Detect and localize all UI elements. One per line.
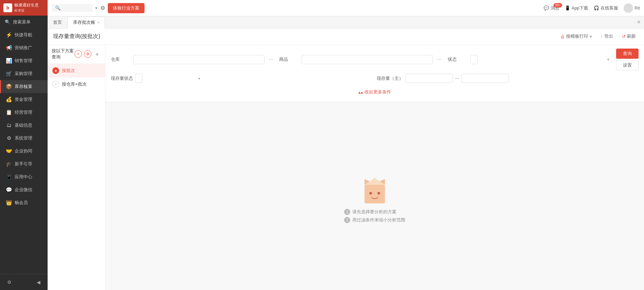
svg-point-4 [369, 192, 372, 195]
finance-icon: 💰 [6, 96, 12, 103]
inventory-status-select[interactable] [135, 74, 142, 83]
basic-label: 基础信息 [15, 122, 32, 128]
topbar-dropdown-arrow[interactable]: ▾ [95, 5, 98, 11]
print-dropdown-icon[interactable]: ▾ [590, 34, 592, 39]
content-area: 按以下方案查询 + ⚙ « ● 按批次 ○ 按仓库+批次 [48, 44, 644, 290]
empty-tip-2: 2 用过滤条件来缩小分析范围 [344, 217, 405, 223]
online-service-button[interactable]: 🎧 在线客服 [594, 5, 618, 11]
goods-dots[interactable]: ··· [435, 56, 443, 62]
filter-row-1: 仓库 ··· 商品 ··· 状态 [111, 49, 639, 70]
schema-item-batch[interactable]: ● 按批次 [48, 64, 105, 77]
tip-num-2: 2 [344, 217, 350, 223]
sidebar-item-purchase[interactable]: 🛒 采购管理 [0, 67, 48, 80]
marketing-icon: 📢 [6, 45, 12, 51]
basic-icon: 🗂 [6, 122, 12, 128]
inventory-qty-label: 现存量（主） [377, 75, 403, 81]
left-panel-actions: + ⚙ « [74, 50, 101, 58]
sidebar-item-enterprise[interactable]: 🤝 企业协同 [0, 145, 48, 158]
app-logo: b [3, 3, 12, 12]
experience-button[interactable]: 体验行业方案 [108, 3, 145, 13]
sales-label: 销售管理 [15, 58, 32, 64]
tab-close-button[interactable]: × [97, 20, 99, 24]
refresh-button[interactable]: ↺ 刷新 [619, 32, 639, 41]
sidebar-footer: ⚙ ◀ [0, 274, 48, 290]
tip-text-2: 用过滤条件来缩小分析范围 [352, 217, 405, 223]
tab-home[interactable]: 首页 [48, 16, 67, 28]
operation-icon: 📋 [6, 109, 12, 115]
user-name: Rit [634, 5, 640, 11]
inventory-qty-max[interactable] [461, 74, 509, 83]
messages-button[interactable]: 💬 消息 99+ [544, 5, 559, 11]
schema-label-warehouse-batch: 按仓库+批次 [62, 81, 87, 87]
sidebar-item-operation[interactable]: 📋 经营管理 [0, 106, 48, 119]
sidebar-item-apps[interactable]: 📱 应用中心 [0, 170, 48, 183]
sidebar-header: b 畅康通好生意 标准版 [0, 0, 48, 16]
user-avatar [624, 3, 633, 13]
sidebar-item-finance[interactable]: 💰 资金管理 [0, 93, 48, 106]
status-select[interactable] [470, 55, 478, 64]
qty-dash: — [455, 76, 459, 81]
guide-label: 新手引导 [15, 161, 32, 167]
export-button[interactable]: ↑ 导出 [598, 32, 616, 41]
app-download-button[interactable]: 📱 App下载 [565, 5, 588, 11]
schema-icon-batch: ● [52, 67, 59, 74]
topbar: 🔍 ▾ ⚙ 体验行业方案 💬 消息 99+ 📱 App下载 🎧 在线客服 Rit [48, 0, 644, 16]
svg-point-5 [377, 192, 380, 195]
schema-settings-button[interactable]: ⚙ [84, 50, 91, 58]
sidebar-item-sales[interactable]: 📊 销售管理 [0, 54, 48, 67]
sidebar-item-member[interactable]: 👑 畅会员 [0, 196, 48, 209]
enterprise-icon: 🤝 [6, 148, 12, 154]
status-filter: 状态 [448, 55, 612, 64]
empty-state: 1 请先选择要分析的方案 2 用过滤条件来缩小分析范围 [105, 102, 644, 290]
messages-badge: 99+ [554, 3, 562, 7]
apps-label: 应用中心 [15, 174, 32, 180]
empty-svg [354, 169, 395, 207]
topbar-search-input[interactable] [62, 6, 89, 11]
collapse-panel-button[interactable]: « [94, 50, 101, 58]
wechat-icon: 💬 [6, 187, 12, 193]
sales-icon: 📊 [6, 58, 12, 64]
schema-item-warehouse-batch[interactable]: ○ 按仓库+批次 [48, 77, 105, 91]
sidebar-item-quick-nav[interactable]: ⚡ 快捷导航 [0, 29, 48, 41]
sidebar: b 畅康通好生意 标准版 🔍 搜索菜单 ⚡ 快捷导航 📢 营销推广 📊 销售管理… [0, 0, 48, 290]
print-button[interactable]: 🖨 按模板打印 ▾ [558, 32, 595, 41]
app-download-icon: 📱 [565, 5, 570, 11]
warehouse-input[interactable] [133, 55, 265, 64]
sidebar-item-search[interactable]: 🔍 搜索菜单 [0, 16, 48, 29]
tab-close-all-button[interactable]: × [633, 19, 644, 26]
marketing-label: 营销推广 [15, 45, 32, 51]
inventory-icon: 📦 [6, 84, 12, 90]
topbar-settings-icon[interactable]: ⚙ [100, 5, 105, 11]
sidebar-item-basic[interactable]: 🗂 基础信息 [0, 119, 48, 132]
tab-inventory-batch-label: 库存批次账 [73, 19, 95, 25]
add-schema-button[interactable]: + [74, 50, 82, 58]
sidebar-item-guide[interactable]: 🎓 新手引导 [0, 158, 48, 170]
topbar-search-box[interactable]: 🔍 [52, 4, 92, 12]
footer-settings-button[interactable]: ⚙ [5, 278, 14, 287]
query-button[interactable]: 查询 [616, 49, 639, 59]
sidebar-item-marketing[interactable]: 📢 营销推广 [0, 41, 48, 54]
goods-input[interactable] [302, 55, 433, 64]
user-menu-button[interactable]: Rit [624, 3, 640, 13]
sidebar-item-inventory[interactable]: 📦 库存核算 [0, 80, 48, 93]
inventory-qty-min[interactable] [405, 74, 453, 83]
sidebar-item-system[interactable]: ⚙ 系统管理 [0, 132, 48, 145]
page-actions: 🖨 按模板打印 ▾ ↑ 导出 ↺ 刷新 [558, 32, 639, 41]
app-title: 畅康通好生意 标准版 [14, 3, 39, 13]
member-icon: 👑 [6, 200, 12, 206]
inventory-status-filter: 现存量状态 [111, 74, 373, 83]
footer-collapse-button[interactable]: ◀ [34, 278, 43, 287]
left-panel: 按以下方案查询 + ⚙ « ● 按批次 ○ 按仓库+批次 [48, 44, 105, 290]
warehouse-filter: 仓库 ··· [111, 55, 275, 64]
warehouse-dots[interactable]: ··· [267, 56, 275, 62]
set-button[interactable]: 设置 [616, 60, 639, 70]
quick-nav-label: 快捷导航 [15, 32, 32, 38]
sidebar-item-wechat[interactable]: 💬 企业微信 [0, 183, 48, 196]
topbar-search-icon: 🔍 [55, 5, 61, 11]
quick-nav-icon: ⚡ [6, 32, 12, 38]
collapse-filters-button[interactable]: ▴▴ 收起更多条件 [111, 86, 639, 98]
refresh-icon: ↺ [622, 34, 626, 39]
finance-label: 资金管理 [15, 96, 32, 103]
print-label: 按模板打印 [566, 33, 588, 39]
tab-inventory-batch[interactable]: 库存批次账 × [67, 17, 105, 29]
